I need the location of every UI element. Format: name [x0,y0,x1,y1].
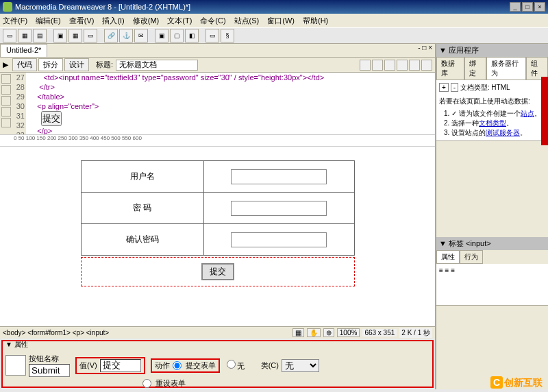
tag-crumb[interactable]: <p> [73,329,84,336]
tool-media-icon[interactable]: ▦ [68,29,82,42]
tag-toolbar-icons[interactable]: ≡ ≡ ≡ [439,267,455,274]
submit-row[interactable]: 提交 [81,257,355,286]
button-name-label: 按钮名称 [29,354,70,364]
button-name-input[interactable] [29,364,70,377]
code-expand-icon[interactable] [1,85,11,95]
code-view[interactable]: 2728293031323334 <td><input name="textfi… [0,73,435,134]
code-select-icon[interactable] [1,96,11,106]
right-panels: ▼ 应用程序 数据库绑定服务器行为组件 + - 文档类型: HTML 若要在该页… [435,44,548,389]
code-view-button[interactable]: 代码 [12,58,37,71]
tag-crumb[interactable]: <body> [3,329,25,336]
radio-submit[interactable] [173,361,182,370]
zoom-tool-icon[interactable]: ⊕ [323,328,334,337]
doctype-label: 文档类型: [460,84,490,91]
input-password[interactable] [231,201,327,216]
tool-char-icon[interactable]: § [221,29,234,42]
design-view-button[interactable]: 设计 [64,58,89,71]
app-tab[interactable]: 数据库 [436,57,464,80]
zoom-value[interactable]: 100% [337,328,360,337]
step-link[interactable]: 测试服务器 [486,129,520,136]
step-link[interactable]: 文档类型 [479,119,506,127]
split-view-button[interactable]: 拆分 [38,58,63,71]
input-username[interactable] [231,169,327,184]
app-icon [3,2,12,12]
input-confirm[interactable] [231,232,327,247]
tool-date-icon[interactable]: ▣ [155,29,169,42]
close-button[interactable]: × [534,2,545,12]
application-header[interactable]: ▼ 应用程序 [436,44,548,57]
refresh-icon[interactable] [384,60,395,71]
label-username: 用户名 [81,161,204,193]
tag-path[interactable]: <body> <form#form1> <p> <input> [3,329,109,336]
menu-item[interactable]: 站点(S) [234,16,260,26]
radio-none-label: 无 [237,362,245,370]
minus-button[interactable]: - [451,83,458,92]
tool-new-icon[interactable]: ▭ [3,29,16,42]
page-size: 2 K / 1 秒 [399,328,432,338]
tag-tab[interactable]: 行为 [460,250,483,264]
code-lines[interactable]: <td><input name="textfield3" type="passw… [26,73,435,134]
options-icon[interactable] [372,60,383,71]
step-link[interactable]: 站点 [521,110,534,117]
tool-comment-icon[interactable]: ▢ [170,29,184,42]
radio-reset[interactable] [142,379,151,388]
menu-item[interactable]: 帮助(H) [303,16,328,26]
tag-crumb[interactable]: <form#form1> [27,329,71,336]
design-view[interactable]: 用户名 密 码 确认密码 提交 [0,147,435,326]
tool-div-icon[interactable]: ▭ [84,29,97,42]
dynamic-intro: 若要在该页面上使用动态数据: [439,97,545,106]
tool-script-icon[interactable]: ◧ [185,29,199,42]
label-password: 密 码 [81,193,204,224]
value-input[interactable] [100,359,141,372]
menu-item[interactable]: 文件(F) [3,16,27,26]
validate-icon[interactable] [360,60,371,71]
tag-tab[interactable]: 属性 [436,250,460,264]
properties-header[interactable]: ▼ 属性 [5,340,28,350]
tag-crumb[interactable]: <input> [86,329,109,336]
check-icon[interactable] [421,60,432,71]
form-table[interactable]: 用户名 密 码 确认密码 [81,160,355,256]
tool-layout-icon[interactable]: ▤ [33,29,47,42]
class-select[interactable]: 无 [282,359,319,372]
menu-item[interactable]: 修改(M) [133,16,160,26]
menubar: 文件(F)编辑(E)查看(V)插入(I)修改(M)文本(T)命令(C)站点(S)… [0,14,548,27]
title-input[interactable] [116,60,198,71]
menu-item[interactable]: 文本(T) [167,16,192,26]
value-label: 值(V) [79,360,97,371]
hand-tool-icon[interactable]: ✋ [307,328,321,337]
menu-item[interactable]: 查看(V) [69,16,95,26]
visual-aids-icon[interactable] [409,60,420,71]
tool-link-icon[interactable]: 🔗 [104,29,118,42]
app-tab[interactable]: 服务器行为 [486,57,527,80]
doc-window-controls[interactable]: - □ × [418,44,435,57]
menu-item[interactable]: 插入(I) [102,16,124,26]
code-balance-icon[interactable] [1,107,11,117]
canvas-dims: 663 x 351 [362,329,397,336]
browser-icon[interactable] [397,60,408,71]
action-label: 动作 [155,360,170,371]
tool-mail-icon[interactable]: ✉ [134,29,148,42]
menu-item[interactable]: 命令(C) [200,16,225,26]
plus-button[interactable]: + [439,83,449,92]
document-tab[interactable]: Untitled-2* [0,44,47,57]
select-tool-icon[interactable]: ▦ [292,328,304,337]
app-tab[interactable]: 绑定 [464,57,486,80]
submit-button[interactable]: 提交 [201,263,234,280]
tool-image-icon[interactable]: ▣ [53,29,67,42]
code-collapse-icon[interactable] [1,74,11,84]
button-preview-icon [5,355,26,376]
menu-item[interactable]: 窗口(W) [267,16,295,26]
code-wrap-icon[interactable] [1,118,11,127]
expand-icon[interactable]: ▶ [3,60,8,69]
tag-header[interactable]: ▼ 标签 <input> [436,237,548,250]
tool-anchor-icon[interactable]: ⚓ [119,29,133,42]
menu-item[interactable]: 编辑(E) [36,16,61,26]
radio-submit-label: 提交表单 [186,360,216,371]
maximize-button[interactable]: □ [522,2,533,12]
radio-none[interactable] [227,360,236,369]
tool-table-icon[interactable]: ▦ [18,29,32,42]
minimize-button[interactable]: _ [510,2,521,12]
radio-reset-label: 重设表单 [155,378,186,389]
label-confirm: 确认密码 [81,224,204,256]
tool-form-icon[interactable]: ▭ [206,29,219,42]
